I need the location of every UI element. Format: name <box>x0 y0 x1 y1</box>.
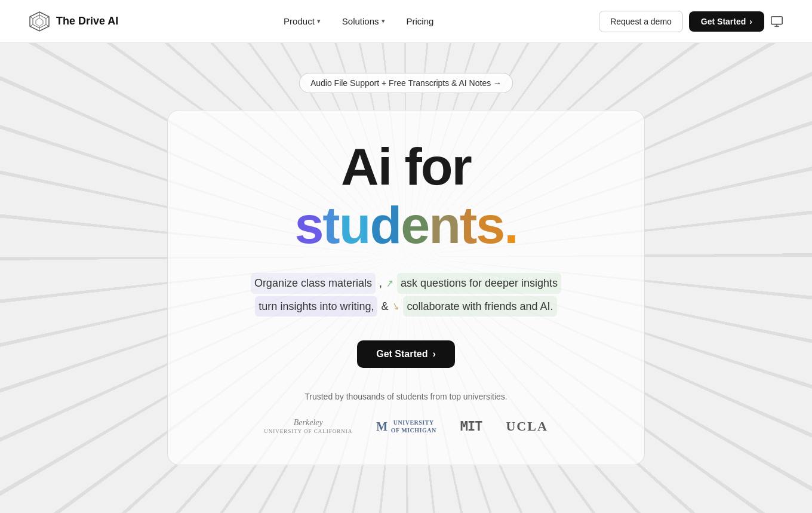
subtitle-highlight-3: turn insights into writing, <box>255 296 377 317</box>
letter-n1: n <box>429 199 460 251</box>
subtitle-line-1: Organize class materials , ↗ ask questio… <box>251 273 561 294</box>
hero-subtitle: Organize class materials , ↗ ask questio… <box>251 273 561 319</box>
ucla-logo: UCLA <box>506 419 548 434</box>
letter-e1: e <box>401 199 429 251</box>
subtitle-line-2: turn insights into writing, & ↘ collabor… <box>251 296 561 317</box>
main-content: Audio File Support + Free Transcripts & … <box>0 43 812 465</box>
nav-product[interactable]: Product ▾ <box>275 11 329 31</box>
letter-s1: s <box>294 199 322 251</box>
trusted-text: Trusted by thousands of students from to… <box>304 392 508 401</box>
logo-icon <box>29 11 50 32</box>
screen-icon[interactable] <box>770 15 783 28</box>
letter-dot: . <box>504 199 517 251</box>
chevron-down-icon: ▾ <box>382 17 385 25</box>
hero-title-top: Ai for <box>341 140 471 193</box>
letter-d1: d <box>370 199 401 251</box>
letter-u1: u <box>339 199 370 251</box>
request-demo-button[interactable]: Request a demo <box>599 11 683 32</box>
hero-card: Ai for s t u d e n t s . Organize cl <box>167 110 645 465</box>
nav-left: The Drive AI <box>29 11 118 32</box>
subtitle-highlight-1: Organize class materials <box>251 273 376 294</box>
chevron-down-icon: ▾ <box>317 17 321 25</box>
arrow-deco-2: ↘ <box>390 297 402 315</box>
arrow-right-icon: › <box>432 349 435 360</box>
letter-t1: t <box>322 199 339 251</box>
umich-logo: M Universityof Michigan <box>376 419 436 434</box>
subtitle-highlight-2: ask questions for deeper insights <box>397 273 561 294</box>
subtitle-amp: & <box>381 297 388 316</box>
hero-word-students: s t u d e n t s . <box>294 199 517 251</box>
get-started-nav-button[interactable]: Get Started › <box>689 11 764 32</box>
letter-s2: s <box>476 199 504 251</box>
svg-rect-9 <box>771 16 782 24</box>
nav-solutions[interactable]: Solutions ▾ <box>334 11 393 31</box>
letter-t2: t <box>460 199 476 251</box>
hero-title-bottom: s t u d e n t s . <box>294 199 517 251</box>
arrow-right-icon: › <box>749 17 752 26</box>
university-logos: Berkeley University of California M Univ… <box>264 418 548 435</box>
svg-marker-2 <box>36 18 43 26</box>
arrow-deco-1: ↗ <box>385 275 395 292</box>
berkeley-logo: Berkeley University of California <box>264 418 352 435</box>
nav-right: Request a demo Get Started › <box>599 11 783 32</box>
subtitle-comma: , <box>379 274 382 293</box>
nav-center: Product ▾ Solutions ▾ Pricing <box>275 11 442 31</box>
navbar: The Drive AI Product ▾ Solutions ▾ Prici… <box>0 0 812 43</box>
brand-name: The Drive AI <box>56 15 118 27</box>
subtitle-highlight-4: collaborate with friends and AI. <box>403 296 556 317</box>
mit-logo: MIT <box>460 419 482 434</box>
page-wrapper: The Drive AI Product ▾ Solutions ▾ Prici… <box>0 0 812 513</box>
nav-pricing[interactable]: Pricing <box>398 11 442 31</box>
announcement-banner[interactable]: Audio File Support + Free Transcripts & … <box>299 73 513 93</box>
get-started-hero-button[interactable]: Get Started › <box>357 340 455 368</box>
